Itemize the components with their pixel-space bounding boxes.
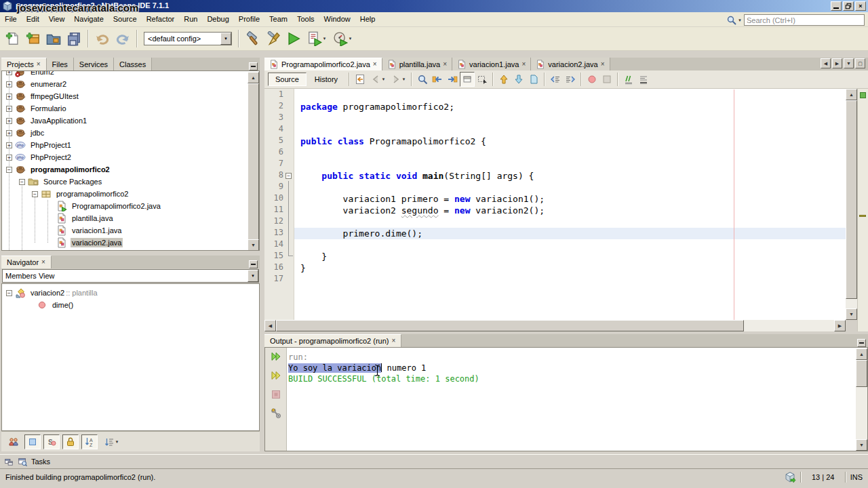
undo-button[interactable] <box>92 28 113 49</box>
new-file-button[interactable] <box>3 28 23 49</box>
sort-source-button[interactable]: ▼ <box>100 434 122 449</box>
collapse-icon[interactable]: − <box>19 179 25 185</box>
toggle-highlight-button[interactable] <box>460 72 475 87</box>
code-line-15[interactable]: } <box>294 251 846 262</box>
scroll-right-icon[interactable]: ▶ <box>834 320 846 331</box>
restore-button[interactable] <box>843 1 854 11</box>
nav-forward-button[interactable]: ▼ <box>388 72 408 87</box>
output-scrollbar[interactable]: ▲ ▼ <box>856 348 867 451</box>
editor-tab-programapolimorfico2java[interactable]: Programapolimorfico2.java× <box>264 58 382 70</box>
redo-button[interactable] <box>113 28 133 49</box>
code-line-7[interactable] <box>294 159 846 170</box>
tree-item-jdbc[interactable]: +jdbc <box>2 127 259 139</box>
expand-icon[interactable]: + <box>6 70 12 75</box>
tab-navigator[interactable]: Navigator× <box>1 256 52 268</box>
tree-item-JavaApplication1[interactable]: +JavaApplication1 <box>2 115 259 127</box>
tree-item-ffmpegGUItest[interactable]: +ffmpegGUItest <box>2 90 259 102</box>
expand-icon[interactable]: + <box>6 106 12 112</box>
config-combobox[interactable]: <default config>▼ <box>144 32 232 45</box>
editor-hscrollbar[interactable]: ◀ ▶ <box>264 320 846 331</box>
rerun-alt-button[interactable] <box>271 370 281 382</box>
chevron-down-icon[interactable]: ▼ <box>323 37 327 41</box>
expand-icon[interactable]: + <box>6 81 12 87</box>
scroll-up-icon[interactable]: ▲ <box>856 348 867 360</box>
expand-icon[interactable]: + <box>6 94 12 100</box>
scroll-tabs-right-button[interactable]: ▶ <box>832 58 842 68</box>
expand-icon[interactable]: + <box>6 130 12 136</box>
menu-profile[interactable]: Profile <box>234 12 264 27</box>
close-icon[interactable]: × <box>521 61 526 68</box>
stop-disabled-button[interactable] <box>271 389 281 401</box>
minimize-panel-button[interactable] <box>857 339 866 347</box>
run-button[interactable] <box>283 28 304 49</box>
navigator-item-variacion2[interactable]: −variacion2 :: plantilla <box>2 287 259 299</box>
save-all-button[interactable] <box>64 28 84 49</box>
collapse-icon[interactable]: − <box>32 191 38 197</box>
code-line-3[interactable] <box>294 113 846 124</box>
code-line-10[interactable]: variacion1 primero = new variacion1(); <box>294 193 846 205</box>
warning-mark[interactable] <box>859 215 866 217</box>
editor-tab-plantillajava[interactable]: plantilla.java× <box>382 58 452 70</box>
prev-bookmark-button[interactable] <box>496 72 511 87</box>
menu-window[interactable]: Window <box>319 12 355 27</box>
editor-tab-variacion1java[interactable]: variacion1.java× <box>452 58 531 70</box>
chevron-down-icon[interactable]: ▼ <box>402 77 406 81</box>
profile-button[interactable]: ▼ <box>330 28 355 49</box>
menu-debug[interactable]: Debug <box>202 12 233 27</box>
tree-item-Programapolimorfico2.java[interactable]: Programapolimorfico2.java <box>2 200 259 212</box>
output-console[interactable]: run:Yo soy la variacion numero 1BUILD SU… <box>288 352 479 384</box>
code-line-2[interactable]: package programapolimorfico2; <box>294 101 846 113</box>
collapse-icon[interactable]: − <box>6 290 12 296</box>
stop-square-button[interactable] <box>599 72 614 87</box>
tree-item-programapolimorfico2[interactable]: −programapolimorfico2 <box>2 163 259 176</box>
show-fields-button[interactable] <box>24 434 41 449</box>
code-line-6[interactable] <box>294 147 846 159</box>
tree-item-variacion2.java[interactable]: variacion2.java <box>2 237 259 249</box>
chevron-down-icon[interactable]: ▼ <box>248 270 258 282</box>
minimize-panel-button[interactable] <box>249 62 258 70</box>
debug-button[interactable]: ▼ <box>304 28 330 49</box>
tab-files[interactable]: Files <box>47 58 74 70</box>
menu-team[interactable]: Team <box>264 12 292 27</box>
code-line-17[interactable] <box>294 274 846 285</box>
scroll-down-icon[interactable]: ▼ <box>846 308 857 320</box>
minimize-panel-button[interactable] <box>249 260 258 268</box>
editor-vscrollbar[interactable]: ▲ ▼ <box>846 89 857 320</box>
code-line-8[interactable]: public static void main(String[] args) { <box>294 170 846 182</box>
close-icon[interactable]: × <box>373 61 377 68</box>
menu-navigate[interactable]: Navigate <box>69 12 108 27</box>
navigator-item-dime[interactable]: dime() <box>2 299 259 311</box>
code-editor[interactable]: 1234567891011121314151617 − package prog… <box>264 89 868 331</box>
scroll-tabs-left-button[interactable]: ◀ <box>821 58 831 68</box>
dock-window-icon[interactable] <box>4 457 14 466</box>
clean-build-button[interactable] <box>263 28 283 49</box>
open-project-button[interactable] <box>43 28 64 49</box>
maximize-editor-button[interactable]: ▢ <box>855 58 865 68</box>
shift-right-button[interactable] <box>563 72 578 87</box>
menu-run[interactable]: Run <box>179 12 202 27</box>
tasks-label[interactable]: Tasks <box>31 458 50 466</box>
chevron-down-icon[interactable]: ▼ <box>382 77 386 81</box>
inherited-button[interactable] <box>5 434 22 449</box>
prev-occurrence-button[interactable] <box>430 72 445 87</box>
next-occurrence-button[interactable] <box>445 72 460 87</box>
update-notification-icon[interactable] <box>785 472 796 483</box>
tab-projects[interactable]: Projects× <box>1 58 47 70</box>
code-line-13[interactable]: primero.dime(); <box>294 228 846 239</box>
comment-button[interactable] <box>621 72 636 87</box>
scroll-down-icon[interactable]: ▼ <box>856 439 867 451</box>
tab-output[interactable]: Output - programapolimorfico2 (run)× <box>264 334 401 347</box>
output-settings-button[interactable] <box>271 408 281 420</box>
menu-help[interactable]: Help <box>355 12 380 27</box>
new-project-button[interactable] <box>23 28 43 49</box>
tree-item-programapolimorfico2[interactable]: −programapolimorfico2 <box>2 188 259 200</box>
expand-icon[interactable]: + <box>6 155 12 161</box>
tree-item-Source Packages[interactable]: −Source Packages <box>2 176 259 188</box>
menu-file[interactable]: File <box>0 12 22 27</box>
editor-tab-variacion2java[interactable]: variacion2.java× <box>531 58 610 70</box>
last-edit-button[interactable] <box>353 72 368 87</box>
sort-alpha-button[interactable]: AZ <box>81 434 98 449</box>
members-view-combobox[interactable]: Members View ▼ <box>2 269 259 283</box>
tree-item-Formulario[interactable]: +Formulario <box>2 102 259 115</box>
view-button-history[interactable]: History <box>308 73 344 85</box>
